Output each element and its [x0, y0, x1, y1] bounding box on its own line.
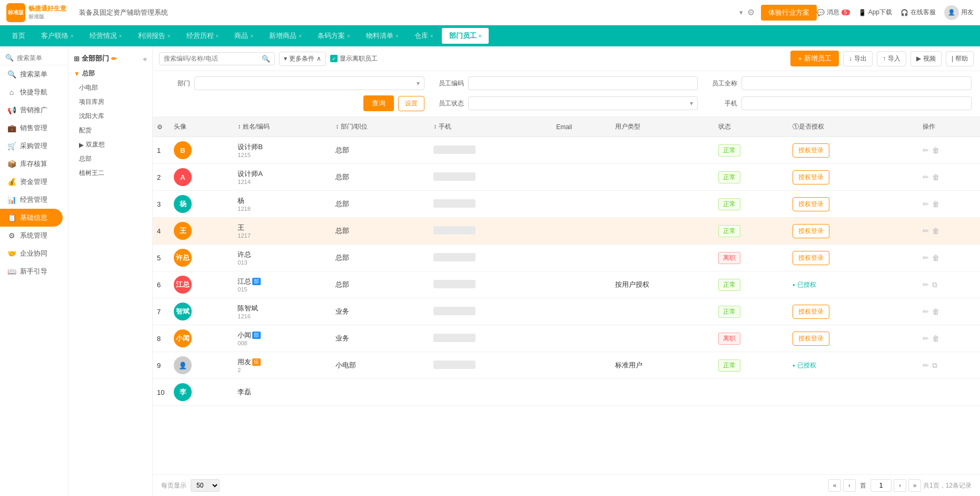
delete-op-icon[interactable]: 🗑 [932, 334, 939, 343]
query-btn[interactable]: 查询 [363, 95, 394, 111]
sidebar-item-nav[interactable]: 🔍 搜索菜单 [0, 65, 68, 83]
close-icon[interactable]: × [250, 33, 253, 39]
delete-op-icon[interactable]: 🗑 [932, 173, 939, 181]
sidebar-item-guide[interactable]: 📖 新手引导 [0, 262, 68, 280]
th-name[interactable]: ↕ 姓名/编码 [233, 117, 331, 137]
edit-op-icon[interactable]: ✏ [923, 227, 929, 235]
trial-btn[interactable]: 体验行业方案 [761, 5, 817, 21]
collapse-icon[interactable]: « [143, 55, 147, 63]
edit-op-icon[interactable]: ✏ [923, 254, 929, 262]
settings-icon[interactable]: ⚙ [747, 7, 755, 17]
auth-btn[interactable]: 授权登录 [793, 251, 829, 265]
edit-icon[interactable]: ✏ [111, 55, 117, 63]
more-filter-btn[interactable]: ▾ 更多条件 ∧ [279, 52, 326, 66]
app-download-btn[interactable]: 📱 App下载 [858, 8, 892, 17]
tab-history[interactable]: 经营历程 × [179, 28, 226, 44]
delete-op-icon[interactable]: 🗑 [932, 307, 939, 316]
th-settings[interactable]: ⚙ [153, 117, 170, 137]
tab-home[interactable]: 首页 [4, 28, 33, 44]
system-dropdown-icon[interactable]: ▾ [739, 8, 743, 16]
tab-operation[interactable]: 经营情况 × [82, 28, 130, 44]
sidebar-item-marketing[interactable]: 📢 营销推广 [0, 101, 68, 119]
prev-page-btn[interactable]: ‹ [843, 479, 856, 492]
export-btn[interactable]: ↓ 导出 [843, 51, 873, 66]
auth-btn[interactable]: 授权登录 [793, 197, 829, 211]
set-btn[interactable]: 设置 [398, 96, 424, 111]
tab-department[interactable]: 部门员工 × [442, 28, 489, 44]
tree-item-distribution[interactable]: 配货 [68, 123, 152, 138]
sidebar-item-finance[interactable]: 💰 资金管理 [0, 173, 68, 191]
edit-op-icon[interactable]: ✏ [923, 173, 929, 181]
delete-op-icon[interactable]: 🗑 [932, 254, 939, 262]
delete-op-icon[interactable]: 🗑 [932, 227, 939, 235]
import-btn[interactable]: ↑ 导入 [877, 51, 906, 66]
edit-op-icon[interactable]: ✏ [923, 200, 929, 208]
dept-select[interactable]: ▾ [194, 76, 424, 90]
auth-btn[interactable]: 授权登录 [793, 224, 829, 238]
tab-profit[interactable]: 利润报告 × [131, 28, 178, 44]
tab-barcode[interactable]: 条码方案 × [310, 28, 358, 44]
tree-item-project[interactable]: 项目库房 [68, 95, 152, 109]
auth-btn[interactable]: 授权登录 [793, 332, 829, 346]
sidebar-search-input[interactable] [17, 54, 63, 62]
sidebar-item-system[interactable]: ⚙ 系统管理 [0, 227, 68, 245]
first-page-btn[interactable]: « [828, 479, 841, 492]
delete-op-icon[interactable]: 🗑 [932, 146, 939, 154]
help-btn[interactable]: | 帮助 [946, 51, 974, 66]
tree-item-shenyang[interactable]: 沈阳大库 [68, 109, 152, 123]
close-icon[interactable]: × [71, 33, 74, 39]
th-phone[interactable]: ↕ 手机 [429, 117, 552, 137]
user-area[interactable]: 👤 用友 [944, 5, 974, 20]
sidebar-item-inventory[interactable]: 📦 库存核算 [0, 155, 68, 173]
tree-item-small-elec[interactable]: 小电部 [68, 81, 152, 95]
tree-item-hq[interactable]: 总部 [68, 152, 152, 166]
copy-op-icon[interactable]: ⧉ [932, 280, 937, 289]
emp-name-input[interactable] [741, 76, 972, 90]
edit-op-icon[interactable]: ✏ [923, 280, 929, 289]
last-page-btn[interactable]: » [908, 479, 921, 492]
copy-op-icon[interactable]: ⧉ [932, 361, 937, 370]
sidebar-item-collab[interactable]: 🤝 企业协同 [0, 245, 68, 262]
sidebar-item-basic-info[interactable]: 📋 基础信息 [0, 209, 63, 227]
auth-btn[interactable]: 授权登录 [793, 305, 829, 319]
close-icon[interactable]: × [479, 33, 482, 39]
tab-goods[interactable]: 商品 × [227, 28, 261, 44]
search-input[interactable] [164, 55, 259, 62]
close-icon[interactable]: × [395, 33, 399, 39]
auth-btn[interactable]: 授权登录 [793, 170, 829, 184]
edit-op-icon[interactable]: ✏ [923, 307, 929, 316]
page-input[interactable] [870, 479, 892, 492]
tree-item-general[interactable]: ▼ 总部 [68, 66, 152, 81]
search-icon[interactable]: 🔍 [262, 55, 270, 63]
per-page-select[interactable]: 50 100 200 [191, 479, 220, 492]
emp-status-select[interactable]: ▾ [468, 96, 698, 110]
tab-warehouse[interactable]: 仓库 × [407, 28, 441, 44]
close-icon[interactable]: × [216, 33, 219, 39]
edit-op-icon[interactable]: ✏ [923, 334, 929, 343]
phone-input[interactable] [741, 96, 972, 110]
tree-item-plant[interactable]: 植树王二 [68, 166, 152, 180]
close-icon[interactable]: × [430, 33, 433, 39]
sidebar-item-sales[interactable]: 💼 销售管理 [0, 119, 68, 137]
emp-code-input[interactable] [468, 76, 698, 90]
edit-op-icon[interactable]: ✏ [923, 361, 929, 370]
close-icon[interactable]: × [299, 33, 302, 39]
video-btn[interactable]: ▶ 视频 [910, 51, 942, 66]
tree-item-double[interactable]: ▶ 双废想 [68, 138, 152, 152]
tab-bom[interactable]: 物料清单 × [359, 28, 406, 44]
close-icon[interactable]: × [119, 33, 122, 39]
add-employee-btn[interactable]: + 新增员工 [790, 51, 839, 66]
delete-op-icon[interactable]: 🗑 [932, 200, 939, 208]
edit-op-icon[interactable]: ✏ [923, 146, 929, 154]
msg-btn[interactable]: 💬 消息 5 [817, 8, 850, 17]
support-btn[interactable]: 🎧 在线客服 [900, 8, 936, 17]
sidebar-item-purchase[interactable]: 🛒 采购管理 [0, 137, 68, 155]
tab-add-goods[interactable]: 新增商品 × [262, 28, 309, 44]
th-dept[interactable]: ↕ 部门/职位 [331, 117, 429, 137]
sidebar-item-business[interactable]: 📊 经营管理 [0, 191, 68, 209]
sidebar-item-quick[interactable]: ⌂ 快捷导航 [0, 83, 68, 101]
tab-customer[interactable]: 客户联络 × [34, 28, 81, 44]
next-page-btn[interactable]: › [894, 479, 906, 492]
close-icon[interactable]: × [167, 33, 171, 39]
auth-btn[interactable]: 授权登录 [793, 143, 829, 158]
